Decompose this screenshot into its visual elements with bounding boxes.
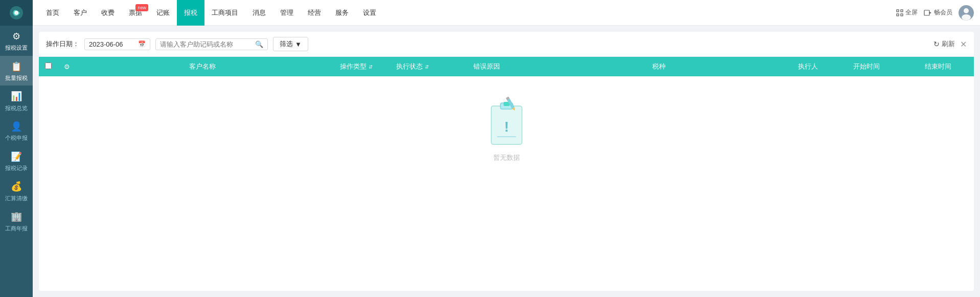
close-button[interactable]: ✕ — [960, 39, 967, 49]
video-icon — [924, 9, 932, 16]
member-button[interactable]: 畅会员 — [924, 8, 952, 17]
svg-point-1 — [14, 11, 18, 15]
user-avatar[interactable] — [959, 5, 974, 20]
sidebar-item-label: 汇算清缴 — [5, 195, 28, 202]
svg-point-10 — [962, 14, 971, 20]
table-header-row: ⚙ 客户名称 操作类型 ⇵ — [39, 57, 974, 76]
sort-icon-op-type: ⇵ — [369, 64, 373, 70]
baoshuizonglan-icon: 📊 — [11, 91, 22, 102]
sidebar-item-label: 个税申报 — [5, 134, 28, 141]
nav-item-shoufe[interactable]: 收费 — [94, 0, 122, 26]
svg-marker-7 — [929, 12, 931, 14]
col-checkbox — [39, 57, 58, 76]
svg-rect-4 — [897, 14, 899, 16]
nav-item-shouye[interactable]: 首页 — [39, 0, 66, 26]
nav-item-kehu[interactable]: 客户 — [66, 0, 94, 26]
piliangbaoshui-icon: 📋 — [11, 61, 22, 73]
table-wrap: ⚙ 客户名称 操作类型 ⇵ — [39, 57, 974, 291]
empty-illustration: ! — [481, 97, 532, 153]
col-start-time: 开始时间 — [831, 57, 902, 76]
sidebar-item-label: 批量报税 — [5, 74, 28, 81]
huisuanjiaona-icon: 💰 — [11, 181, 22, 193]
col-executor: 执行人 — [785, 57, 831, 76]
refresh-icon: ↻ — [933, 40, 940, 48]
empty-text: 暂无数据 — [493, 153, 520, 162]
fullscreen-label: 全屏 — [905, 8, 918, 17]
nav-item-fuwu[interactable]: 服务 — [328, 0, 356, 26]
chevron-down-icon: ▼ — [295, 40, 302, 48]
nav-item-gongshang[interactable]: 工商项目 — [204, 0, 245, 26]
main-area: 首页 客户 收费 票据 new 记账 报税 工商项目 消息 管理 经营 服务 设… — [33, 0, 980, 297]
topnav-items: 首页 客户 收费 票据 new 记账 报税 工商项目 消息 管理 经营 服务 设… — [39, 0, 896, 26]
svg-rect-5 — [901, 14, 903, 16]
fullscreen-button[interactable]: 全屏 — [896, 8, 918, 17]
col-end-time: 结束时间 — [902, 57, 974, 76]
search-input[interactable] — [160, 40, 252, 48]
nav-item-guanli[interactable]: 管理 — [273, 0, 301, 26]
sidebar: ⚙ 报税设置 📋 批量报税 📊 报税总览 👤 个税申报 📝 报税记录 💰 汇算清… — [0, 0, 33, 297]
nav-item-jingying[interactable]: 经营 — [301, 0, 328, 26]
col-settings: ⚙ — [58, 57, 76, 76]
fullscreen-icon — [896, 9, 903, 16]
toolbar: 操作日期： 📅 🔍 筛选 ▼ ↻ 刷新 ✕ — [39, 32, 974, 57]
member-label: 畅会员 — [934, 8, 952, 17]
data-table: ⚙ 客户名称 操作类型 ⇵ — [39, 57, 974, 76]
gongshangnianbao-icon: 🏢 — [11, 211, 22, 223]
sort-icon-exec-status: ⇵ — [425, 64, 429, 70]
refresh-label: 刷新 — [942, 39, 955, 49]
date-input[interactable] — [89, 40, 135, 48]
avatar-icon — [959, 5, 974, 20]
topnav: 首页 客户 收费 票据 new 记账 报税 工商项目 消息 管理 经营 服务 设… — [33, 0, 980, 26]
sidebar-item-label: 报税总览 — [5, 104, 28, 112]
topnav-right: 全屏 畅会员 — [896, 5, 974, 20]
filter-button[interactable]: 筛选 ▼ — [273, 37, 308, 51]
filter-label: 筛选 — [280, 39, 293, 49]
content-panel: 操作日期： 📅 🔍 筛选 ▼ ↻ 刷新 ✕ — [39, 32, 974, 291]
select-all-checkbox[interactable] — [45, 62, 52, 69]
nav-item-jizhang[interactable]: 记账 — [149, 0, 177, 26]
empty-state: ! 暂无数据 — [39, 76, 974, 183]
svg-point-9 — [964, 8, 969, 13]
sidebar-item-huisuanjiaona[interactable]: 💰 汇算清缴 — [0, 176, 33, 206]
col-client: 客户名称 — [76, 57, 328, 76]
sidebar-item-gongshangnianbao[interactable]: 🏢 工商年报 — [0, 206, 33, 236]
search-icon[interactable]: 🔍 — [255, 40, 263, 48]
refresh-button[interactable]: ↻ 刷新 — [933, 39, 955, 49]
svg-text:!: ! — [504, 119, 509, 135]
sidebar-item-piliangbaoshui[interactable]: 📋 批量报税 — [0, 56, 33, 86]
svg-rect-6 — [924, 10, 929, 15]
col-op-type[interactable]: 操作类型 ⇵ — [328, 57, 384, 76]
nav-item-xiaoxi[interactable]: 消息 — [245, 0, 273, 26]
new-badge: new — [135, 4, 148, 12]
col-tax-type: 税种 — [533, 57, 785, 76]
sidebar-item-label: 工商年报 — [5, 225, 28, 232]
geshui-icon: 👤 — [11, 121, 22, 133]
svg-rect-3 — [901, 10, 903, 12]
nav-item-shezhi[interactable]: 设置 — [356, 0, 383, 26]
sidebar-item-baoshuijilu[interactable]: 📝 报税记录 — [0, 146, 33, 176]
baoshuijilu-icon: 📝 — [11, 151, 22, 163]
calendar-icon[interactable]: 📅 — [138, 40, 146, 48]
content-area: 操作日期： 📅 🔍 筛选 ▼ ↻ 刷新 ✕ — [33, 26, 980, 297]
sidebar-item-label: 报税设置 — [5, 44, 28, 51]
col-error-reason: 错误原因 — [441, 57, 533, 76]
nav-item-piao[interactable]: 票据 new — [122, 0, 149, 26]
svg-rect-2 — [897, 10, 899, 12]
sidebar-logo — [0, 0, 33, 26]
baoshuishezhi-icon: ⚙ — [12, 31, 20, 43]
sidebar-item-label: 报税记录 — [5, 164, 28, 172]
date-input-wrap: 📅 — [84, 38, 150, 50]
sidebar-item-baoshuizonglan[interactable]: 📊 报税总览 — [0, 86, 33, 116]
date-label: 操作日期： — [46, 39, 79, 49]
settings-icon[interactable]: ⚙ — [64, 63, 70, 71]
sidebar-item-geshui[interactable]: 👤 个税申报 — [0, 116, 33, 146]
search-wrap: 🔍 — [155, 38, 268, 50]
nav-item-baoshui[interactable]: 报税 — [177, 0, 204, 26]
sidebar-item-baoshuishezhi[interactable]: ⚙ 报税设置 — [0, 26, 33, 56]
col-exec-status[interactable]: 执行状态 ⇵ — [384, 57, 441, 76]
